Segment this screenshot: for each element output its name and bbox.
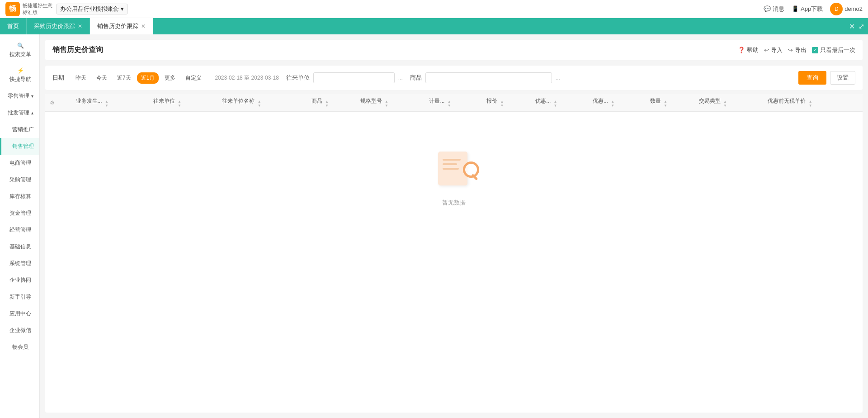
setting-button[interactable]: 设置 (830, 71, 855, 85)
sort-icon: ▲ ▼ (723, 100, 727, 108)
product-filter-input[interactable] (425, 72, 552, 83)
table-container: ⚙ 业务发生... ▲ ▼ 往来单位 ▲ (45, 94, 863, 413)
search-circle (463, 162, 479, 178)
col-discount2[interactable]: 优惠... ▲ ▼ (588, 94, 646, 112)
tab-purchase-history[interactable]: 采购历史价跟踪 ✕ (27, 18, 90, 34)
sidebar-item-ops-mgmt[interactable]: 经营管理 (0, 222, 39, 238)
help-icon: ❓ (738, 47, 745, 53)
filter-btn-last7days[interactable]: 近7天 (113, 72, 135, 84)
filter-btn-1month[interactable]: 近1月 (137, 72, 159, 84)
data-table: ⚙ 业务发生... ▲ ▼ 往来单位 ▲ (45, 94, 863, 243)
page-header: 销售历史价查询 ❓ 帮助 ↩ 导入 ↪ 导出 ✓ 只看最后一次 (45, 40, 863, 60)
date-filter-buttons: 昨天 今天 近7天 近1月 更多 自定义 (71, 72, 206, 84)
table-header-row: ⚙ 业务发生... ▲ ▼ 往来单位 ▲ (45, 94, 863, 112)
logo-icon: 畅 (5, 2, 20, 16)
sidebar-item-member[interactable]: 畅会员 (0, 339, 39, 356)
page-header-actions: ❓ 帮助 ↩ 导入 ↪ 导出 ✓ 只看最后一次 (738, 46, 855, 54)
content-area: 销售历史价查询 ❓ 帮助 ↩ 导入 ↪ 导出 ✓ 只看最后一次 (40, 34, 868, 418)
nav-icon: ⚡ (17, 67, 24, 74)
filter-actions: 查询 设置 (798, 71, 855, 85)
chevron-down-icon: ▾ (121, 5, 124, 12)
top-bar-left: 畅 畅捷通好生意 标准版 办公用品行业模拟账套 ▾ (5, 2, 128, 16)
filter-row: 日期 昨天 今天 近7天 近1月 更多 自定义 2023-02-18 至 202… (52, 71, 855, 85)
partner-filter-label: 往来单位 (286, 74, 310, 82)
tab-bar-actions: ✕ ⤢ (845, 18, 868, 34)
query-button[interactable]: 查询 (798, 71, 826, 85)
sidebar-item-marketing[interactable]: 营销推广 (0, 121, 39, 138)
tab-home[interactable]: 首页 (0, 18, 27, 34)
user-menu[interactable]: D demo2 (830, 3, 863, 15)
sidebar-item-newbie[interactable]: 新手引导 (0, 289, 39, 305)
product-filter-label: 商品 (410, 74, 422, 82)
filter-btn-today[interactable]: 今天 (92, 72, 111, 84)
sort-icon: ▲ ▼ (448, 100, 451, 108)
sidebar-item-purchase-mgmt[interactable]: 采购管理 (0, 171, 39, 188)
page-title: 销售历史价查询 (52, 45, 103, 55)
col-discount1[interactable]: 优惠... ▲ ▼ (531, 94, 588, 112)
col-partner-code[interactable]: 往来单位 ▲ ▼ (149, 94, 218, 112)
empty-state-row: 暂无数据 (45, 112, 863, 243)
sidebar-item-quick-nav[interactable]: ⚡ 快捷导航 (0, 63, 39, 88)
partner-filter-dots: ... (398, 75, 403, 81)
sidebar-item-search[interactable]: 🔍 搜索菜单 (0, 38, 39, 63)
import-button[interactable]: ↩ 导入 (764, 46, 783, 54)
sidebar-item-finance[interactable]: 资金管理 (0, 205, 39, 222)
only-latest-checkbox[interactable]: ✓ 只看最后一次 (812, 46, 855, 54)
col-quote[interactable]: 报价 ▲ ▼ (482, 94, 531, 112)
col-partner-name[interactable]: 往来单位名称 ▲ ▼ (217, 94, 307, 112)
col-pre-discount-price[interactable]: 优惠前无税单价 ▲ ▼ (763, 94, 863, 112)
export-button[interactable]: ↪ 导出 (788, 46, 807, 54)
top-bar-right: 💬 消息 📱 App下载 D demo2 (764, 3, 863, 15)
sidebar-item-wholesale-mgmt[interactable]: 批发管理 ▴ (0, 104, 39, 121)
message-button[interactable]: 💬 消息 (764, 5, 784, 13)
avatar: D (830, 3, 843, 15)
sidebar-item-corp-wechat[interactable]: 企业微信 (0, 322, 39, 339)
sort-icon: ▲ ▼ (105, 100, 108, 108)
empty-state-cell: 暂无数据 (45, 112, 863, 243)
tab-close-sales[interactable]: ✕ (141, 23, 146, 29)
sidebar-item-inventory[interactable]: 库存核算 (0, 188, 39, 205)
filter-btn-yesterday[interactable]: 昨天 (71, 72, 90, 84)
empty-illustration (427, 148, 481, 193)
filter-btn-custom[interactable]: 自定义 (181, 72, 206, 84)
sort-icon: ▲ ▼ (611, 100, 614, 108)
sort-icon: ▲ ▼ (325, 100, 329, 108)
tab-close-purchase[interactable]: ✕ (78, 23, 82, 29)
sidebar-item-basic-info[interactable]: 基础信息 (0, 238, 39, 255)
sort-icon: ▲ ▼ (500, 100, 504, 108)
tab-maximize-button[interactable]: ⤢ (859, 22, 864, 31)
partner-filter-input[interactable] (313, 72, 395, 83)
filter-area: 日期 昨天 今天 近7天 近1月 更多 自定义 2023-02-18 至 202… (45, 66, 863, 90)
date-filter-label: 日期 (52, 74, 64, 82)
sidebar-item-sales-mgmt[interactable]: 销售管理 (0, 138, 39, 155)
logo-text: 畅捷通好生意 标准版 (23, 2, 52, 15)
sidebar-item-enterprise[interactable]: 企业协同 (0, 272, 39, 289)
sidebar-item-app-center[interactable]: 应用中心 (0, 305, 39, 322)
tab-close-all-button[interactable]: ✕ (849, 22, 855, 31)
gear-icon[interactable]: ⚙ (50, 100, 55, 106)
sidebar-item-ecom-mgmt[interactable]: 电商管理 (0, 155, 39, 171)
col-quantity[interactable]: 数量 ▲ ▼ (646, 94, 694, 112)
partner-filter-group: 往来单位 ... (286, 72, 403, 83)
logo-area: 畅 畅捷通好生意 标准版 (5, 2, 52, 16)
col-unit[interactable]: 计量... ▲ ▼ (425, 94, 482, 112)
sort-icon: ▲ ▼ (385, 100, 388, 108)
col-spec[interactable]: 规格型号 ▲ ▼ (356, 94, 425, 112)
product-filter-dots: ... (556, 75, 560, 81)
sidebar-item-system-mgmt[interactable]: 系统管理 (0, 255, 39, 272)
product-filter-group: 商品 ... (410, 72, 560, 83)
tab-sales-history[interactable]: 销售历史价跟踪 ✕ (90, 18, 153, 34)
table-header: ⚙ 业务发生... ▲ ▼ 往来单位 ▲ (45, 94, 863, 112)
top-bar: 畅 畅捷通好生意 标准版 办公用品行业模拟账套 ▾ 💬 消息 📱 App下载 D… (0, 0, 868, 18)
col-product[interactable]: 商品 ▲ ▼ (307, 94, 356, 112)
import-icon: ↩ (764, 47, 769, 53)
checkbox-icon: ✓ (812, 47, 818, 53)
app-selector[interactable]: 办公用品行业模拟账套 ▾ (56, 4, 128, 14)
col-trade-type[interactable]: 交易类型 ▲ ▼ (694, 94, 764, 112)
help-button[interactable]: ❓ 帮助 (738, 46, 759, 54)
filter-btn-more[interactable]: 更多 (160, 72, 179, 84)
app-download-button[interactable]: 📱 App下载 (792, 5, 823, 13)
col-biz-date[interactable]: 业务发生... ▲ ▼ (71, 94, 149, 112)
sidebar-item-retail-mgmt[interactable]: 零售管理 ▾ (0, 88, 39, 104)
col-gear[interactable]: ⚙ (45, 94, 71, 112)
